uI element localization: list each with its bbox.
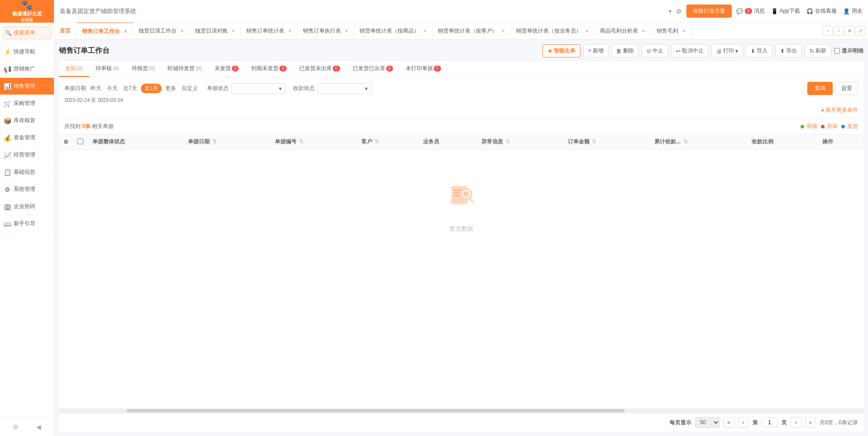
settings-icon[interactable]: ⚙ xyxy=(676,8,682,15)
tab-close-icon[interactable]: ✕ xyxy=(585,28,589,33)
sidebar-item-operations[interactable]: 📈 经营管理 xyxy=(0,147,54,164)
print-button[interactable]: 🖨 打印 ▾ xyxy=(711,44,743,57)
tab-sales-exec[interactable]: 销售订单执行表 ✕ xyxy=(297,23,354,39)
ship-action-button[interactable]: 发货 xyxy=(841,123,858,130)
filter-tab-pending-check[interactable]: 待拣货(0) xyxy=(125,61,161,77)
col-customer[interactable]: 客户 ⇅ xyxy=(357,134,418,150)
tab-sales-workbench[interactable]: 销售订单工作台 ✕ xyxy=(77,23,133,39)
select-all-checkbox[interactable] xyxy=(77,138,83,144)
tab-sales-summary-staff[interactable]: 销货单统计表（按业务员） ✕ xyxy=(511,23,595,39)
tab-next-button[interactable]: › xyxy=(834,26,844,36)
col-exception[interactable]: 异常信息 ⇅ xyxy=(477,134,563,150)
add-button[interactable]: + 新增 xyxy=(583,44,609,57)
show-detail-label[interactable]: 显示明细 xyxy=(834,47,863,55)
next-page-button[interactable]: › xyxy=(791,417,801,428)
search-menu-button[interactable]: 🔍 搜索菜单 xyxy=(3,26,51,39)
date-yesterday[interactable]: 昨天 xyxy=(89,84,103,93)
sidebar-item-purchase[interactable]: 🛒 采购管理 xyxy=(0,95,54,112)
tab-close-icon[interactable]: ✕ xyxy=(180,28,184,33)
tab-close-icon[interactable]: ✕ xyxy=(345,28,348,33)
tab-close-icon[interactable]: ✕ xyxy=(288,28,292,33)
table-scroll[interactable]: ⚙ 单据整体状态 单据日期 ⇅ xyxy=(59,134,863,408)
delete-button[interactable]: 🗑 删除 xyxy=(611,44,639,57)
cancel-stop-button[interactable]: ↩ 取消中止 xyxy=(671,44,709,57)
sidebar-item-guide[interactable]: 📖 新手引导 xyxy=(0,215,54,232)
app-download-button[interactable]: 📱 App下载 xyxy=(771,7,800,15)
prev-page-button[interactable]: ‹ xyxy=(738,417,749,428)
tab-cash-reconcile[interactable]: 钱货日清对账 ✕ xyxy=(190,23,241,39)
col-status[interactable]: 单据整体状态 xyxy=(88,134,183,150)
smart-order-button[interactable]: ★ 智能生单 xyxy=(542,44,580,57)
filter-tab-not-shipped[interactable]: 未发货0 xyxy=(208,61,245,77)
date-custom[interactable]: 自定义 xyxy=(180,84,200,93)
date-today[interactable]: 今天 xyxy=(105,84,120,93)
sidebar-item-quicknav[interactable]: ⚡ 快捷导航 xyxy=(0,43,54,61)
scrollbar-thumb[interactable] xyxy=(127,409,625,412)
col-collected[interactable]: 累计收款... ⇅ xyxy=(650,134,747,150)
filter-tab-no-print[interactable]: 未打印单据0 xyxy=(399,61,447,77)
refresh-button[interactable]: ↻ 刷新 xyxy=(805,44,831,57)
sidebar-item-sales[interactable]: 📊 销售管理 xyxy=(0,78,54,95)
message-button[interactable]: 💬 6 消息 xyxy=(736,7,765,15)
col-number[interactable]: 单据编号 ⇅ xyxy=(270,134,357,150)
tab-close-icon[interactable]: ✕ xyxy=(682,28,686,33)
import-button[interactable]: ⬇ 导入 xyxy=(746,44,772,57)
tab-sales-summary-product[interactable]: 销货单统计表（按商品） ✕ xyxy=(354,23,432,39)
payment-select[interactable]: ▾ xyxy=(317,83,372,94)
filter-tab-overdue[interactable]: 到期未发货0 xyxy=(245,61,293,77)
online-service-button[interactable]: 🎧 在线客服 xyxy=(806,7,837,15)
sidebar-item-system[interactable]: ⚙ 系统管理 xyxy=(0,181,54,198)
tab-maximize-button[interactable]: ⤢ xyxy=(855,26,865,36)
col-settings[interactable]: ⚙ xyxy=(59,134,73,150)
col-date[interactable]: 单据日期 ⇅ xyxy=(183,134,270,150)
sidebar-item-basic[interactable]: 📋 基础信息 xyxy=(0,164,54,181)
tab-close-icon[interactable]: ✕ xyxy=(124,29,127,34)
filter-tab-wangpu[interactable]: 旺铺待发货(0) xyxy=(161,61,208,77)
status-select[interactable]: ▾ xyxy=(231,83,286,94)
tab-home[interactable]: 首页 xyxy=(54,23,77,39)
tab-cash-daily[interactable]: 钱货日清工作台 ✕ xyxy=(133,23,190,39)
tab-sales-summary-customer[interactable]: 销货单统计表（按客户） ✕ xyxy=(432,23,511,39)
sidebar-item-enterprise[interactable]: 🏢 企业协同 xyxy=(0,198,54,215)
tab-prev-button[interactable]: ‹ xyxy=(823,26,833,36)
tab-close-icon[interactable]: ✕ xyxy=(642,28,645,33)
review-action-button[interactable]: 审核 xyxy=(801,123,817,130)
settings-bottom-button[interactable]: ⚙ xyxy=(11,422,20,432)
page-input[interactable] xyxy=(762,417,778,427)
tab-profit-label: 销售毛利 xyxy=(657,27,678,35)
sidebar-item-marketing[interactable]: 📢 营销推广 xyxy=(0,61,54,78)
expand-conditions-button[interactable]: ▾ 展开更多条件 xyxy=(821,106,858,114)
sidebar-item-finance[interactable]: 💰 资金管理 xyxy=(0,129,54,147)
filter-tab-shipped-no-out[interactable]: 已发货未出库0 xyxy=(293,61,346,77)
set-button[interactable]: 设置 xyxy=(835,82,858,95)
tab-close-icon[interactable]: ✕ xyxy=(231,28,235,33)
tab-sales-profit[interactable]: 销售毛利 ✕ xyxy=(651,23,691,39)
first-page-button[interactable]: « xyxy=(724,417,734,428)
filter-tab-shipped-out[interactable]: 已发货已出库0 xyxy=(346,61,400,77)
tab-close-icon[interactable]: ✕ xyxy=(501,28,505,33)
last-page-button[interactable]: » xyxy=(805,417,816,428)
query-button[interactable]: 查询 xyxy=(807,82,833,95)
page-size-select[interactable]: 50 10 20 100 xyxy=(695,417,720,428)
filter-tab-pending-review[interactable]: 待审核(0) xyxy=(89,61,125,77)
user-button[interactable]: 👤 用友 xyxy=(843,7,863,15)
date-1month[interactable]: 近1月 xyxy=(141,84,162,93)
tab-margin-analysis[interactable]: 商品毛利分析表 ✕ xyxy=(595,23,651,39)
date-more[interactable]: 更多 xyxy=(163,84,178,93)
cancel-review-action-button[interactable]: 弃审 xyxy=(821,123,838,130)
sidebar-item-inventory[interactable]: 📦 库存核算 xyxy=(0,112,54,129)
experience-btn[interactable]: 体验行业方案 xyxy=(686,5,732,18)
tab-close-all-button[interactable]: ✕ xyxy=(844,26,854,36)
export-button[interactable]: ⬆ 导出 xyxy=(775,44,802,57)
date-7days[interactable]: 近7天 xyxy=(121,84,139,93)
filter-tab-all[interactable]: 全部(0) xyxy=(59,61,89,77)
stop-button[interactable]: ⊙ 中止 xyxy=(642,44,668,57)
horizontal-scrollbar[interactable] xyxy=(59,408,863,413)
tab-close-icon[interactable]: ✕ xyxy=(423,28,427,33)
system-dropdown-icon[interactable]: ▾ xyxy=(669,8,671,14)
show-detail-checkbox[interactable] xyxy=(834,48,840,54)
collapse-sidebar-button[interactable]: ◀ xyxy=(34,422,43,432)
col-amount[interactable]: 订单金额 ⇅ xyxy=(563,134,650,150)
col-staff[interactable]: 业务员 xyxy=(418,134,477,150)
tab-sales-stats[interactable]: 销售订单统计表 ✕ xyxy=(241,23,297,39)
